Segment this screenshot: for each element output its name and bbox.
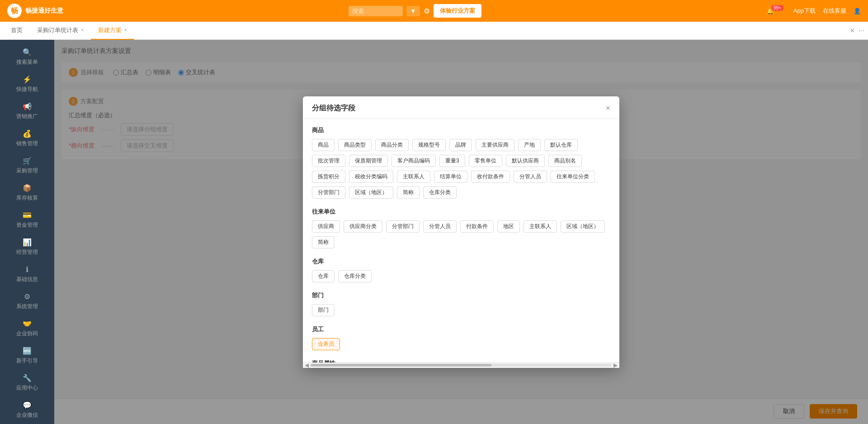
field-warehouse-cat[interactable]: 仓库分类 <box>338 270 372 282</box>
field-salesperson[interactable]: 业务员 <box>312 338 340 350</box>
badge-count: 99+ <box>771 5 783 11</box>
inventory-icon: 📦 <box>23 184 32 192</box>
settings-button[interactable]: ⚙ <box>424 7 430 15</box>
search-icon: 🔍 <box>23 48 32 57</box>
sidebar-item-marketing-label: 营销推广 <box>16 113 38 120</box>
section-employee-title: 员工 <box>312 325 610 333</box>
field-partner-short[interactable]: 简称 <box>312 236 335 248</box>
field-retail-unit[interactable]: 零售单位 <box>469 155 502 167</box>
field-product-category[interactable]: 商品分类 <box>375 139 409 151</box>
experience-button[interactable]: 体验行业方案 <box>434 4 481 18</box>
sidebar-item-sales-label: 销售管理 <box>16 140 38 148</box>
field-main-supplier[interactable]: 主要供应商 <box>476 139 514 151</box>
tab-home[interactable]: 首页 <box>4 22 30 40</box>
field-spec-model[interactable]: 规格型号 <box>412 139 446 151</box>
sidebar-item-system[interactable]: ⚙ 系统管理 <box>0 288 54 315</box>
field-dept[interactable]: 分管部门 <box>312 186 345 199</box>
user-avatar[interactable]: 👤 <box>854 8 861 14</box>
field-payment-condition[interactable]: 付款条件 <box>460 220 494 233</box>
search-input[interactable] <box>349 6 403 16</box>
field-customer-code[interactable]: 客户商品编码 <box>392 155 436 167</box>
modal-title: 分组待选字段 <box>312 104 355 113</box>
field-region[interactable]: 区域（地区） <box>349 186 393 199</box>
section-partner: 往来单位 供应商 供应商分类 分管部门 分管人员 付款条件 地区 主联系人 区域… <box>312 208 610 248</box>
sidebar-item-operations[interactable]: 📊 经营管理 <box>0 233 54 261</box>
sidebar-item-finance-label: 资金管理 <box>16 221 38 229</box>
section-warehouse-fields: 仓库 仓库分类 <box>312 270 610 282</box>
sidebar-item-purchase[interactable]: 🛒 采购管理 <box>0 152 54 179</box>
finance-icon: 💳 <box>23 211 32 219</box>
modal-bottom-scrollbar[interactable]: ◀ ▶ <box>303 362 619 368</box>
field-expiry-manage[interactable]: 保质期管理 <box>349 155 388 167</box>
field-pick-points[interactable]: 拣货积分 <box>312 171 345 183</box>
field-tax-code[interactable]: 税收分类编码 <box>349 171 393 183</box>
content-area: 采购订单统计表方案设置 1 选择模板 汇总表 明细表 交叉统计表 <box>54 40 868 424</box>
field-partner-category[interactable]: 往来单位分类 <box>551 171 595 183</box>
scrollbar-thumb[interactable] <box>311 364 491 367</box>
nav-tabs: 首页 采购订单统计表 × 新建方案 × ✕ ⋯ <box>0 22 868 40</box>
sidebar: 🔍 搜索菜单 ⚡ 快捷导航 📢 营销推广 💰 销售管理 🛒 采购管理 📦 库存核… <box>0 40 54 424</box>
field-product[interactable]: 商品 <box>312 139 335 151</box>
sidebar-item-basic-info[interactable]: ℹ 基础信息 <box>0 261 54 288</box>
section-product-title: 商品 <box>312 126 610 134</box>
tab-purchase-stats-label: 采购订单统计表 <box>37 26 78 34</box>
field-payment-terms[interactable]: 收付款条件 <box>471 171 510 183</box>
logo-area: 畅 畅捷通好生意 <box>7 4 63 18</box>
sidebar-item-search[interactable]: 🔍 搜索菜单 <box>0 43 54 71</box>
field-area[interactable]: 地区 <box>497 220 520 233</box>
modal-close-button[interactable]: × <box>605 104 610 113</box>
sidebar-item-finance[interactable]: 💳 资金管理 <box>0 206 54 233</box>
notice-area[interactable]: 🔔99+ <box>767 8 786 14</box>
tab-new-plan[interactable]: 新建方案 × <box>91 22 134 40</box>
field-default-warehouse[interactable]: 默认仓库 <box>544 139 578 151</box>
online-service[interactable]: 在线客服 <box>823 7 846 15</box>
field-supplier[interactable]: 供应商 <box>312 220 340 233</box>
field-default-supplier[interactable]: 默认供应商 <box>506 155 545 167</box>
sidebar-item-quick-nav[interactable]: ⚡ 快捷导航 <box>0 71 54 98</box>
field-product-alias[interactable]: 商品别名 <box>548 155 582 167</box>
sidebar-item-collab[interactable]: 🤝 企业协同 <box>0 315 54 342</box>
field-partner-contact[interactable]: 主联系人 <box>524 220 557 233</box>
field-supplier-category[interactable]: 供应商分类 <box>344 220 382 233</box>
system-icon: ⚙ <box>24 292 30 301</box>
field-main-contact[interactable]: 主联系人 <box>397 171 430 183</box>
scroll-left-arrow[interactable]: ◀ <box>305 362 309 368</box>
newbie-icon: 🆕 <box>23 347 32 355</box>
field-partner-manager[interactable]: 分管人员 <box>423 220 457 233</box>
field-batch-manage[interactable]: 批次管理 <box>312 155 345 167</box>
sidebar-item-marketing[interactable]: 📢 营销推广 <box>0 98 54 125</box>
search-dropdown[interactable]: ▼ <box>406 6 420 16</box>
field-product-type[interactable]: 商品类型 <box>338 139 372 151</box>
field-partner-region[interactable]: 区域（地区） <box>561 220 605 233</box>
app-download[interactable]: App下载 <box>793 7 816 15</box>
main-layout: 🔍 搜索菜单 ⚡ 快捷导航 📢 营销推广 💰 销售管理 🛒 采购管理 📦 库存核… <box>0 40 868 424</box>
field-brand[interactable]: 品牌 <box>449 139 472 151</box>
field-department[interactable]: 部门 <box>312 304 335 316</box>
field-warehouse[interactable]: 仓库 <box>312 270 335 282</box>
tab-new-plan-close[interactable]: × <box>124 28 127 33</box>
section-partner-title: 往来单位 <box>312 208 610 216</box>
section-warehouse-title: 仓库 <box>312 257 610 266</box>
tab-purchase-stats-close[interactable]: × <box>81 28 84 33</box>
field-settlement-unit[interactable]: 结算单位 <box>434 171 467 183</box>
sidebar-item-inventory[interactable]: 📦 库存核算 <box>0 179 54 206</box>
field-manager[interactable]: 分管人员 <box>514 171 547 183</box>
field-partner-dept[interactable]: 分管部门 <box>386 220 420 233</box>
sidebar-item-basic-info-label: 基础信息 <box>16 276 38 283</box>
sidebar-item-apps[interactable]: 🔧 应用中心 <box>0 369 54 396</box>
more-tabs-button[interactable]: ⋯ <box>859 27 864 34</box>
sidebar-item-newbie[interactable]: 🆕 新手引导 <box>0 342 54 369</box>
sidebar-item-wechat[interactable]: 💬 企业微信 <box>0 396 54 424</box>
scroll-right-arrow[interactable]: ▶ <box>613 362 618 368</box>
field-weight[interactable]: 重量3 <box>439 155 465 167</box>
modal-body[interactable]: 商品 商品 商品类型 商品分类 规格型号 品牌 主要供应商 产地 默认仓库 批次… <box>303 119 619 362</box>
field-warehouse-category[interactable]: 仓库分类 <box>423 186 457 199</box>
sidebar-item-sales[interactable]: 💰 销售管理 <box>0 125 54 152</box>
tab-new-plan-label: 新建方案 <box>98 26 122 34</box>
field-short-name[interactable]: 简称 <box>397 186 420 199</box>
field-origin[interactable]: 产地 <box>518 139 541 151</box>
sidebar-item-quick-nav-label: 快捷导航 <box>16 86 38 93</box>
modal-backdrop: 分组待选字段 × 商品 商品 商品类型 商品分类 规格型号 品牌 <box>54 40 868 424</box>
tab-purchase-stats[interactable]: 采购订单统计表 × <box>30 22 91 40</box>
close-tab-button[interactable]: ✕ <box>850 27 855 34</box>
